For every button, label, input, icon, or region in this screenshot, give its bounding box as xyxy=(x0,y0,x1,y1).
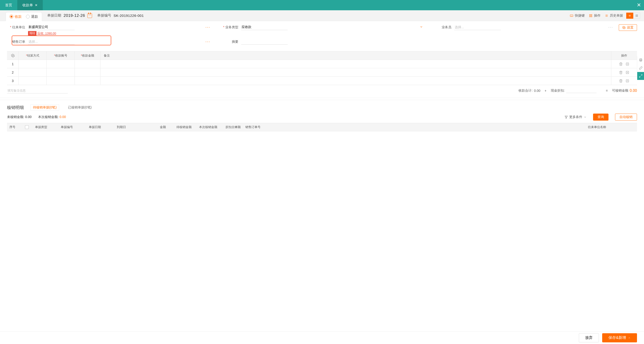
svg-rect-33 xyxy=(640,60,642,61)
biztype-input[interactable] xyxy=(241,24,288,30)
section-divider xyxy=(0,98,644,100)
grid2-icon xyxy=(635,14,638,17)
svg-rect-0 xyxy=(570,15,573,16)
dcol-this: 本次核销金额 xyxy=(194,123,220,131)
grid-header: 结算方式 收款账号 收款金额 备注 操作 xyxy=(7,52,637,60)
more-filter-button[interactable]: 更多条件 xyxy=(564,115,586,119)
detail-tab-pending[interactable]: 待核销单据(0笔) xyxy=(30,104,59,111)
grid-row[interactable]: 3 xyxy=(7,77,637,85)
trash-icon[interactable] xyxy=(619,79,623,83)
tabs-bar: 首页 收款单 ✕ ✕ xyxy=(0,0,644,10)
bill-code-value: SK-20191226-001 xyxy=(114,14,144,18)
bill-date-value[interactable]: 2019-12-26 xyxy=(64,13,85,18)
dcol-pending: 待核销金额 xyxy=(168,123,194,131)
tab-home[interactable]: 首页 xyxy=(0,0,17,10)
cell-ops xyxy=(611,60,637,68)
detail-head: 核销明细 待核销单据(0笔) 已核销单据(0笔) xyxy=(7,104,637,111)
checkbox-icon[interactable] xyxy=(25,125,29,129)
history-label: 历史单据 xyxy=(610,14,623,18)
cell-remark[interactable] xyxy=(100,68,611,76)
cell-account[interactable] xyxy=(47,68,75,76)
shortcut-button[interactable]: 快捷键 xyxy=(570,14,585,18)
gear-icon xyxy=(622,26,626,29)
svg-point-20 xyxy=(12,55,13,56)
cell-remark[interactable] xyxy=(100,60,611,68)
field-sales-order: 销售订单 ··· xyxy=(7,39,211,45)
trash-icon[interactable] xyxy=(619,70,623,74)
view-toggle xyxy=(626,12,640,19)
auto-writeoff-button[interactable]: 自动核销 xyxy=(615,114,637,120)
svg-rect-18 xyxy=(637,16,638,16)
this-label: 本次核销金额: xyxy=(38,115,59,119)
grid-row[interactable]: 2 xyxy=(7,68,637,77)
notes-input[interactable] xyxy=(7,88,68,94)
form-area: 设置 往来单位 ··· 现结 应收: 1390.00 业务类型 xyxy=(0,21,644,49)
dcol-due: 到期日 xyxy=(114,123,150,131)
lines-icon xyxy=(628,14,632,17)
sum-label: 收款合计: xyxy=(518,88,532,93)
more-icon[interactable]: ··· xyxy=(206,39,210,44)
mode-refund[interactable]: 退款 xyxy=(26,14,38,19)
close-icon[interactable]: ✕ xyxy=(35,4,38,7)
view-card-button[interactable] xyxy=(633,12,640,19)
detail-table-body xyxy=(7,131,637,332)
operate-button[interactable]: 操作 xyxy=(589,14,600,18)
chevron-down-icon[interactable] xyxy=(420,25,423,28)
detail-tab-done[interactable]: 已核销单据(0笔) xyxy=(66,104,94,110)
query-button[interactable]: 查询 xyxy=(593,114,608,120)
order-input[interactable] xyxy=(28,39,74,45)
svg-rect-7 xyxy=(590,16,590,17)
cell-settle[interactable] xyxy=(19,68,47,76)
cell-account[interactable] xyxy=(47,77,75,85)
mode-receive[interactable]: 收款 xyxy=(10,14,22,19)
field-party: 往来单位 ··· xyxy=(7,24,211,30)
rail-link-button[interactable] xyxy=(637,64,644,72)
summary-input[interactable] xyxy=(241,39,288,45)
party-input[interactable] xyxy=(28,24,74,30)
field-salesman: 业务员 ··· xyxy=(433,24,637,30)
grid-row[interactable]: 1 xyxy=(7,60,637,68)
this-writeoff-block: 本次核销金额: 0.00 xyxy=(38,115,66,119)
cell-account[interactable] xyxy=(47,60,75,68)
cell-settle[interactable] xyxy=(19,77,47,85)
more-icon[interactable]: ··· xyxy=(206,25,210,30)
discount-input[interactable] xyxy=(566,88,596,93)
save-and-new-button[interactable]: 保存&新增 xyxy=(602,333,637,342)
cell-settle[interactable] xyxy=(19,60,47,68)
add-row-icon[interactable] xyxy=(626,79,629,83)
add-row-icon[interactable] xyxy=(626,62,629,66)
view-list-button[interactable] xyxy=(626,12,633,19)
cell-amount[interactable] xyxy=(75,60,100,68)
cell-remark[interactable] xyxy=(100,77,611,85)
dcol-disc: 折扣分摊额 xyxy=(220,123,243,131)
settings-button[interactable]: 设置 xyxy=(619,24,637,31)
dcol-no: 单据编号 xyxy=(58,123,86,131)
mode-refund-label: 退款 xyxy=(31,14,38,19)
tabs-close-button[interactable]: ✕ xyxy=(634,0,644,10)
tab-receipt[interactable]: 收款单 ✕ xyxy=(17,0,43,10)
field-bill-date: 单据日期 2019-12-26 xyxy=(47,13,92,18)
mode-receive-label: 收款 xyxy=(15,14,22,19)
this-value: 0.00 xyxy=(60,115,66,119)
salesman-input[interactable] xyxy=(454,24,501,30)
trash-icon[interactable] xyxy=(619,62,623,66)
calendar-icon[interactable] xyxy=(88,13,92,18)
cell-amount[interactable] xyxy=(75,77,100,85)
discard-button[interactable]: 放弃 xyxy=(579,333,599,342)
field-biz-type: 业务类型 xyxy=(220,24,424,30)
history-button[interactable]: 历史单据 xyxy=(605,14,623,18)
settings-label: 设置 xyxy=(627,26,634,30)
tag-cash-settle: 现结 xyxy=(28,31,36,36)
dcol-checkbox[interactable] xyxy=(21,123,33,131)
more-icon[interactable]: ··· xyxy=(608,25,613,30)
svg-rect-17 xyxy=(636,16,636,16)
grid-gear-cell[interactable] xyxy=(7,52,19,60)
cell-amount[interactable] xyxy=(75,68,100,76)
unsettled-value: 0.00 xyxy=(25,115,32,119)
link-receivable[interactable]: 应收: 1390.00 xyxy=(38,31,56,36)
svg-rect-15 xyxy=(636,14,636,15)
rail-expand-button[interactable] xyxy=(637,72,644,80)
rail-print-button[interactable] xyxy=(637,56,644,64)
add-row-icon[interactable] xyxy=(626,70,629,74)
totals-row: 收款合计: 0.00 + 现金折扣: = 可核销金额 0.00 xyxy=(0,85,644,96)
